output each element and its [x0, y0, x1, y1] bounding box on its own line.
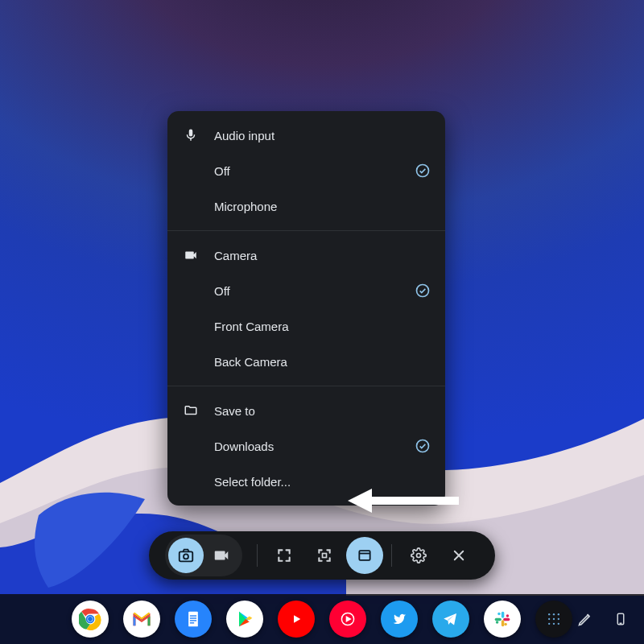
capture-settings-panel: Audio input Off Microphone Camera Off Fr…	[167, 111, 445, 506]
camera-option-back-label: Back Camera	[214, 355, 431, 369]
camera-section: Camera Off Front Camera Back Camera	[167, 230, 445, 386]
videocam-icon	[182, 248, 200, 262]
check-circle-icon	[415, 163, 431, 179]
audio-input-header-label: Audio input	[214, 129, 431, 142]
camera-option-front-label: Front Camera	[214, 320, 431, 333]
app-youtube-music[interactable]	[329, 601, 366, 638]
app-chrome[interactable]	[72, 601, 109, 638]
save-option-downloads-label: Downloads	[214, 440, 400, 453]
camera-option-off[interactable]: Off	[167, 273, 445, 308]
svg-rect-8	[359, 551, 369, 560]
svg-rect-21	[190, 622, 194, 623]
svg-point-33	[548, 613, 550, 615]
annotation-arrow	[348, 487, 460, 514]
system-tray	[576, 594, 630, 644]
svg-rect-5	[180, 551, 193, 561]
close-toolbar-button[interactable]	[440, 537, 477, 574]
audio-option-microphone[interactable]: Microphone	[167, 188, 445, 224]
app-youtube[interactable]	[278, 601, 315, 638]
audio-input-section: Audio input Off Microphone	[167, 111, 445, 230]
svg-point-36	[548, 618, 550, 620]
microphone-icon	[182, 128, 200, 142]
svg-rect-18	[190, 615, 196, 616]
phone-hub-tray-icon[interactable]	[612, 610, 630, 628]
svg-point-35	[558, 613, 559, 615]
capture-window-button[interactable]	[346, 537, 383, 574]
svg-point-37	[553, 618, 555, 620]
stylus-tray-icon[interactable]	[576, 610, 594, 628]
camera-option-back[interactable]: Back Camera	[167, 344, 445, 379]
app-docs[interactable]	[175, 601, 212, 638]
check-circle-icon	[415, 283, 431, 299]
svg-rect-26	[495, 618, 502, 621]
toolbar-separator	[257, 544, 258, 567]
capture-mode-toggle	[165, 535, 242, 576]
audio-option-off[interactable]: Off	[167, 153, 445, 188]
svg-point-41	[558, 623, 559, 625]
svg-point-39	[548, 623, 550, 625]
svg-point-29	[497, 613, 501, 616]
svg-rect-7	[323, 554, 327, 558]
audio-option-microphone-label: Microphone	[214, 200, 431, 213]
audio-input-header: Audio input	[167, 118, 445, 153]
svg-marker-24	[346, 616, 352, 622]
camera-option-front[interactable]: Front Camera	[167, 308, 445, 344]
app-play-store[interactable]	[226, 601, 263, 638]
save-to-header: Save to	[167, 393, 445, 428]
svg-point-32	[506, 614, 510, 617]
app-gmail[interactable]	[123, 601, 160, 638]
camera-header: Camera	[167, 237, 445, 273]
svg-point-38	[558, 618, 559, 620]
svg-rect-25	[502, 612, 505, 618]
audio-option-off-label: Off	[214, 164, 400, 178]
screen-record-mode-button[interactable]	[204, 538, 239, 573]
svg-rect-20	[190, 620, 196, 621]
svg-rect-19	[190, 617, 196, 618]
app-unknown-utility[interactable]	[535, 601, 572, 638]
svg-rect-28	[503, 618, 510, 621]
svg-point-31	[504, 623, 507, 626]
svg-point-15	[88, 617, 93, 621]
svg-point-2	[417, 440, 429, 452]
svg-marker-22	[294, 615, 300, 622]
shelf	[0, 594, 644, 644]
svg-rect-17	[188, 612, 198, 627]
app-slack[interactable]	[484, 601, 521, 638]
app-telegram[interactable]	[432, 601, 469, 638]
screenshot-mode-button[interactable]	[168, 538, 204, 573]
svg-point-6	[184, 554, 188, 559]
svg-marker-4	[348, 489, 372, 513]
svg-point-34	[553, 613, 555, 615]
save-option-select-folder-label: Select folder...	[214, 475, 431, 489]
toolbar-separator	[391, 544, 392, 567]
svg-rect-27	[502, 620, 505, 626]
svg-point-30	[496, 621, 499, 624]
camera-option-off-label: Off	[214, 284, 400, 298]
save-option-downloads[interactable]: Downloads	[167, 428, 445, 464]
camera-header-label: Camera	[214, 249, 431, 262]
capture-region-button[interactable]	[306, 537, 343, 574]
svg-point-10	[417, 554, 421, 558]
save-to-header-label: Save to	[214, 404, 431, 418]
capture-fullscreen-button[interactable]	[266, 537, 303, 574]
svg-point-1	[417, 285, 429, 297]
capture-settings-button[interactable]	[400, 537, 437, 574]
app-twitter[interactable]	[381, 601, 418, 638]
svg-point-40	[553, 623, 555, 625]
svg-point-0	[417, 165, 429, 177]
check-circle-icon	[415, 438, 431, 454]
screen-capture-toolbar	[149, 531, 495, 580]
folder-icon	[182, 403, 200, 418]
